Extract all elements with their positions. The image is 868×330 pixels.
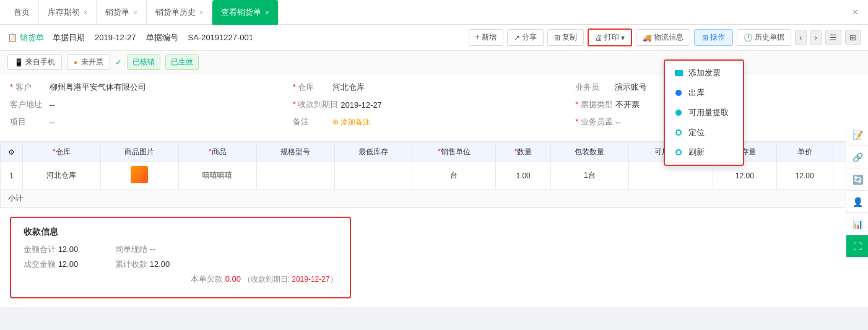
cell-seq: 1 bbox=[1, 162, 23, 189]
confirm-icon: ✓ bbox=[115, 58, 122, 67]
address-value: -- bbox=[50, 100, 55, 110]
payment-section: 收款信息 金额合计 12.00 同单现结 -- 成交金额 12.00 累计收款 bbox=[0, 208, 868, 307]
print-dropdown-icon: ▾ bbox=[621, 33, 625, 42]
history-icon: 🕐 bbox=[744, 33, 753, 42]
invoice-type-label: 票据类型 bbox=[575, 99, 613, 110]
due-date-value: 2019-12-27 bbox=[292, 275, 329, 284]
add-remark-button[interactable]: ⊕ 添加备注 bbox=[330, 117, 373, 128]
product-image bbox=[131, 166, 148, 183]
sidebar-icon-2[interactable]: 🔗 bbox=[846, 146, 868, 168]
cell-avail bbox=[628, 162, 713, 189]
tab-view-sales[interactable]: 查看销货单 × bbox=[212, 0, 278, 25]
payment-box: 收款信息 金额合计 12.00 同单现结 -- 成交金额 12.00 累计收款 bbox=[10, 217, 351, 298]
payment-field-4: 累计收款 12.00 bbox=[115, 259, 170, 270]
warehouse-value: 河北仓库 bbox=[332, 82, 365, 93]
new-button[interactable]: + 新增 bbox=[469, 29, 503, 46]
invoice-type-value: 不开票 bbox=[615, 99, 640, 110]
outbound-icon bbox=[674, 88, 684, 98]
cell-unit-price: 12.00 bbox=[776, 162, 833, 189]
dropdown-outbound[interactable]: 出库 bbox=[665, 83, 743, 103]
payment-field-6: 本单欠款 0.00 （收款到期日: 2019-12-27） bbox=[191, 274, 337, 285]
cell-pack-qty: 1台 bbox=[550, 162, 628, 189]
deal-amount-value: 12.00 bbox=[58, 259, 79, 269]
customer-field: 客户 柳州粤港平安气体有限公司 bbox=[10, 82, 293, 93]
doc-meta: 单据日期 2019-12-27 单据编号 SA-20191227-001 bbox=[53, 32, 465, 43]
sidebar-icon-1[interactable]: 📝 bbox=[846, 124, 868, 146]
date-value: 2019-12-27 bbox=[95, 33, 136, 42]
date-label: 单据日期 bbox=[53, 32, 85, 43]
payment-field-2: 同单现结 -- bbox=[115, 244, 155, 255]
effect-badge: 已生效 bbox=[165, 54, 199, 70]
close-view-sales[interactable]: × bbox=[265, 9, 269, 16]
add-invoice-icon bbox=[674, 68, 684, 78]
dropdown-refresh[interactable]: 刷新 bbox=[665, 142, 743, 162]
cell-warehouse: 河北仓库 bbox=[23, 162, 101, 189]
cell-product: 嘻嘻嘻嘻 bbox=[178, 162, 256, 189]
layout2-button[interactable]: ⊞ bbox=[845, 30, 861, 45]
sidebar-icon-expand[interactable]: ⛶ bbox=[846, 235, 868, 258]
from-phone-button[interactable]: 📱 来自手机 bbox=[7, 54, 62, 70]
sidebar-icon-5[interactable]: 📊 bbox=[846, 213, 868, 235]
payment-title: 收款信息 bbox=[24, 227, 337, 238]
doc-type-label: 📋 销货单 bbox=[7, 32, 44, 43]
warehouse-label: 仓库 bbox=[293, 82, 330, 93]
staff-value: 演示账号 bbox=[615, 82, 647, 93]
tab-sales-order[interactable]: 销货单 × bbox=[97, 0, 146, 25]
no-value: SA-20191227-001 bbox=[188, 33, 254, 42]
locate-icon bbox=[674, 128, 684, 137]
print-icon: 🖨 bbox=[595, 33, 602, 42]
logistics-button[interactable]: 🚚 物流信息 bbox=[636, 29, 690, 46]
project-label: 项目 bbox=[10, 116, 47, 128]
doc-icon: 📋 bbox=[7, 33, 17, 42]
col-settings[interactable]: ⚙ bbox=[1, 142, 23, 162]
col-pack-qty: 包装数量 bbox=[550, 142, 628, 162]
avail-pickup-icon bbox=[674, 108, 684, 118]
close-sales-order[interactable]: × bbox=[133, 9, 137, 16]
copy-icon: ⊞ bbox=[554, 33, 560, 42]
address-field: 客户地址 -- bbox=[10, 99, 293, 110]
copy-button[interactable]: ⊞ 复制 bbox=[547, 29, 584, 46]
refresh-icon bbox=[674, 147, 684, 157]
operate-dropdown: 添加发票 出库 可用量提取 定位 刷新 bbox=[664, 59, 744, 166]
operate-button[interactable]: ⊞ 操作 bbox=[694, 29, 733, 46]
dropdown-locate[interactable]: 定位 bbox=[665, 123, 743, 142]
close-inventory-init[interactable]: × bbox=[84, 9, 87, 16]
payment-row-1: 金额合计 12.00 同单现结 -- bbox=[24, 244, 337, 255]
project-value: -- bbox=[50, 118, 55, 127]
cumulative-recv-value: 12.00 bbox=[150, 259, 170, 269]
close-sales-history[interactable]: × bbox=[199, 9, 203, 16]
amount-total-label: 金额合计 bbox=[24, 245, 56, 254]
no-label: 单据编号 bbox=[146, 32, 178, 43]
sidebar-icon-3[interactable]: 🔄 bbox=[846, 168, 868, 191]
staff2-label: 业务员孟 bbox=[575, 116, 613, 128]
print-button[interactable]: 🖨 打印 ▾ bbox=[588, 28, 632, 46]
history-button[interactable]: 🕐 历史单据 bbox=[737, 29, 791, 46]
warehouse-field: 仓库 河北仓库 bbox=[293, 82, 576, 93]
payment-field-3: 成交金额 12.00 bbox=[24, 259, 78, 270]
tab-home[interactable]: 首页 bbox=[5, 0, 39, 25]
dropdown-add-invoice[interactable]: 添加发票 bbox=[665, 63, 743, 83]
window-close-button[interactable]: × bbox=[848, 7, 863, 18]
not-open-button[interactable]: 未开票 bbox=[67, 54, 110, 70]
owed-value: 0.00 bbox=[225, 274, 241, 284]
layout1-button[interactable]: ☰ bbox=[825, 30, 841, 45]
cell-product-img bbox=[100, 162, 178, 189]
cell-stock: 12.00 bbox=[713, 162, 776, 189]
nav-next-button[interactable]: › bbox=[810, 30, 822, 45]
staff2-value: -- bbox=[615, 118, 621, 127]
share-button[interactable]: ↗ 分享 bbox=[507, 29, 544, 46]
dropdown-avail-pickup[interactable]: 可用量提取 bbox=[665, 103, 743, 123]
col-product: *商品 bbox=[178, 142, 256, 162]
logistics-icon: 🚚 bbox=[643, 33, 652, 42]
nav-prev-button[interactable]: ‹ bbox=[795, 30, 806, 45]
tab-sales-history[interactable]: 销货单历史 × bbox=[147, 0, 212, 25]
cell-qty: 1.00 bbox=[496, 162, 550, 189]
col-product-img: 商品图片 bbox=[100, 142, 178, 162]
confirm-badge: 已核销 bbox=[127, 54, 160, 70]
sidebar-icon-4[interactable]: 👤 bbox=[846, 191, 868, 213]
payment-row-3: 本单欠款 0.00 （收款到期日: 2019-12-27） bbox=[24, 274, 337, 285]
payment-row-2: 成交金额 12.00 累计收款 12.00 bbox=[24, 259, 337, 270]
col-unit: *销售单位 bbox=[412, 142, 496, 162]
tab-inventory-init[interactable]: 库存期初 × bbox=[39, 0, 97, 25]
payment-date-value: 2019-12-27 bbox=[341, 100, 382, 110]
